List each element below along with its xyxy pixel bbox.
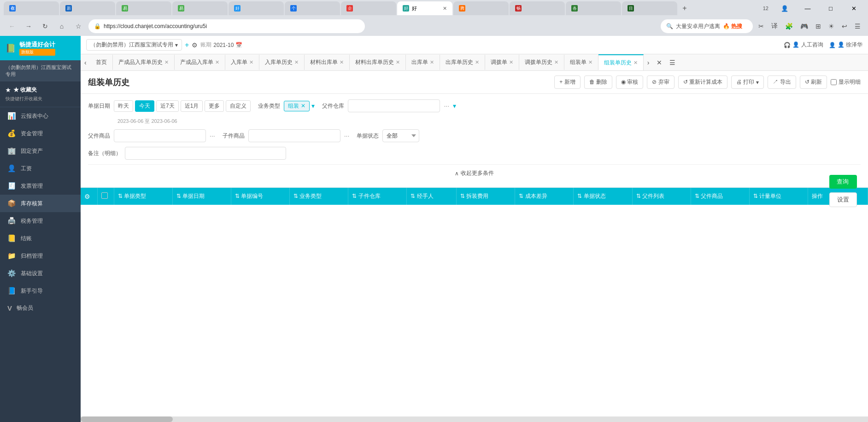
minimize-button[interactable]: — xyxy=(797,1,818,15)
doc-status-select[interactable]: 全部 已审核 未审核 xyxy=(382,129,419,142)
settings-gear-icon[interactable]: ⚙ xyxy=(192,41,198,49)
reload-button[interactable]: ↻ xyxy=(39,20,52,33)
th-biz-type[interactable]: ⇅ 业务类型 xyxy=(290,188,348,205)
tab-close-assembly-history[interactable]: ✕ xyxy=(633,60,638,66)
app-tab-inbound-history[interactable]: 入库单历史 ✕ xyxy=(259,55,305,70)
home-button[interactable]: ⌂ xyxy=(55,20,68,33)
child-goods-input[interactable] xyxy=(248,129,340,142)
remark-input[interactable] xyxy=(125,147,286,160)
browser-tab-10[interactable]: 畅 xyxy=(510,1,565,15)
show-detail-checkbox-group[interactable]: 显示明细 xyxy=(831,78,861,86)
tab-close-transfer[interactable]: ✕ xyxy=(509,59,513,65)
yesterday-btn[interactable]: 昨天 xyxy=(114,100,133,112)
select-all-checkbox[interactable] xyxy=(101,192,108,199)
sidebar-item-invoice[interactable]: 🧾 发票管理 xyxy=(0,177,81,195)
app-tab-assembly[interactable]: 组装单 ✕ xyxy=(564,55,598,70)
app-tab-home[interactable]: 首页 xyxy=(90,55,113,70)
tab-close-inbound[interactable]: ✕ xyxy=(249,59,253,65)
browser-tab-6[interactable]: 个 xyxy=(285,1,340,15)
browser-tab-11[interactable]: 各 xyxy=(566,1,621,15)
recalc-cost-button[interactable]: ↺ 重新计算成本 xyxy=(678,75,727,89)
tab-close-all[interactable]: ✕ xyxy=(653,56,666,69)
parent-warehouse-input[interactable] xyxy=(348,99,440,112)
app-tab-outbound[interactable]: 出库单 ✕ xyxy=(406,55,440,70)
th-cost-diff[interactable]: ⇅ 成本差异 xyxy=(515,188,574,205)
th-doc-status[interactable]: ⇅ 单据状态 xyxy=(574,188,632,205)
export-button[interactable]: ↗ 导出 xyxy=(768,75,796,89)
tab-close-outbound[interactable]: ✕ xyxy=(430,59,434,65)
period-selector[interactable]: 账期 2021-10 📅 xyxy=(200,41,242,49)
parent-warehouse-dropdown[interactable]: ▾ xyxy=(453,102,456,110)
horizontal-scrollbar[interactable] xyxy=(81,416,868,422)
tab-close-finished[interactable]: ✕ xyxy=(215,59,219,65)
parent-warehouse-more[interactable]: ··· xyxy=(444,102,449,110)
sidebar-item-archive[interactable]: 📁 归档管理 xyxy=(0,247,81,265)
tab-close-assembly[interactable]: ✕ xyxy=(588,59,592,65)
tab-scroll-left[interactable]: ‹ xyxy=(81,56,90,69)
tab-close-8[interactable]: ✕ xyxy=(443,6,447,12)
sidebar-item-inventory[interactable]: 📦 库存核算 xyxy=(0,195,81,212)
th-checkbox[interactable] xyxy=(97,188,114,205)
address-input[interactable]: 🔒 https://cloud.chanjet.com/accounting/u… xyxy=(88,19,365,33)
close-button[interactable]: ✕ xyxy=(843,1,864,15)
browser-tab-12[interactable]: 目 xyxy=(622,1,677,15)
th-parent-goods[interactable]: ⇅ 父件商品 xyxy=(691,188,749,205)
th-unit[interactable]: ⇅ 计量单位 xyxy=(749,188,808,205)
translate-icon[interactable]: 译 xyxy=(769,20,780,32)
game-icon[interactable]: 🎮 xyxy=(798,21,810,32)
tab-close-material-history[interactable]: ✕ xyxy=(396,59,400,65)
sidebar-item-salary[interactable]: 👤 工资 xyxy=(0,160,81,177)
th-doc-type[interactable]: ⇅ 单据类型 xyxy=(114,188,172,205)
sidebar-item-settings[interactable]: ⚙️ 基础设置 xyxy=(0,265,81,282)
app-tab-transfer[interactable]: 调拨单 ✕ xyxy=(485,55,519,70)
search-box[interactable]: 🔍 大量安卓用户逃离 🔥 热搜 xyxy=(661,19,753,33)
query-button[interactable]: 查询 xyxy=(829,175,857,189)
undo-icon[interactable]: ↩ xyxy=(840,21,849,32)
company-selector[interactable]: （勿删勿禁用）江西服宝测试专用 ▾ xyxy=(86,39,182,51)
sidebar-item-fund[interactable]: 💰 资金管理 xyxy=(0,125,81,142)
table-settings-icon[interactable]: ⚙ xyxy=(84,193,90,200)
tab-close-material-outbound[interactable]: ✕ xyxy=(340,59,344,65)
th-doc-no[interactable]: ⇅ 单据编号 xyxy=(231,188,289,205)
audit-button[interactable]: ◉ 审核 xyxy=(616,75,643,89)
parent-goods-more[interactable]: ··· xyxy=(210,132,215,139)
show-detail-checkbox[interactable] xyxy=(831,79,837,85)
th-doc-date[interactable]: ⇅ 单据日期 xyxy=(172,188,231,205)
app-tab-inbound[interactable]: 入库单 ✕ xyxy=(225,55,259,70)
user-profile-button[interactable]: 👤 👤 徐泽华 xyxy=(829,41,862,49)
app-tab-finished-goods[interactable]: 产成品入库单 ✕ xyxy=(175,55,225,70)
tab-close-inbound-history[interactable]: ✕ xyxy=(294,59,299,65)
browser-tab-7[interactable]: 企 xyxy=(341,1,396,15)
parent-goods-input[interactable] xyxy=(114,129,206,142)
customer-service-button[interactable]: 🎧 👤 人工咨询 xyxy=(784,41,823,49)
last7days-btn[interactable]: 近7天 xyxy=(156,100,179,112)
collapse-button[interactable]: ∧ 收起更多条件 xyxy=(455,167,494,180)
today-btn[interactable]: 今天 xyxy=(135,100,154,112)
tab-scroll-right[interactable]: › xyxy=(644,56,653,69)
browser-tab-9[interactable]: 腾 xyxy=(453,1,509,15)
tab-more[interactable]: ☰ xyxy=(666,56,679,69)
scissors-icon[interactable]: ✂ xyxy=(757,21,766,32)
tab-close-outbound-history[interactable]: ✕ xyxy=(475,59,479,65)
biz-type-dropdown[interactable]: ▾ xyxy=(311,102,315,110)
sidebar-item-tax[interactable]: 🖨️ 税务管理 xyxy=(0,212,81,230)
app-tab-transfer-history[interactable]: 调拨单历史 ✕ xyxy=(519,55,564,70)
browser-tab-1[interactable]: 在 xyxy=(4,1,59,15)
app-tab-material-outbound-history[interactable]: 材料出库单历史 ✕ xyxy=(350,55,406,70)
sidebar-item-member[interactable]: V 畅会员 xyxy=(0,300,81,317)
sidebar-favorites[interactable]: ★ ★ 收藏夹 快捷键打开收藏夹 xyxy=(0,81,81,107)
delete-button[interactable]: 🗑 删除 xyxy=(584,75,612,89)
last1month-btn[interactable]: 近1月 xyxy=(181,100,203,112)
browser-tab-2[interactable]: 新 xyxy=(60,1,115,15)
browser-tab-5[interactable]: 好 xyxy=(229,1,284,15)
browser-tab-4[interactable]: 易 xyxy=(172,1,228,15)
filter-settings-button[interactable]: 设置 xyxy=(829,192,857,207)
brightness-icon[interactable]: ☀ xyxy=(827,21,836,32)
maximize-button[interactable]: □ xyxy=(820,1,841,15)
abandon-audit-button[interactable]: ⊘ 弃审 xyxy=(647,75,674,89)
app-tab-outbound-history[interactable]: 出库单历史 ✕ xyxy=(440,55,485,70)
extension-icon[interactable]: 🧩 xyxy=(783,21,795,32)
sidebar-item-fixed-assets[interactable]: 🏢 固定资产 xyxy=(0,142,81,160)
sidebar-item-cloud-report[interactable]: 📊 云报表中心 xyxy=(0,107,81,125)
th-disassemble-fee[interactable]: ⇅ 拆装费用 xyxy=(457,188,515,205)
